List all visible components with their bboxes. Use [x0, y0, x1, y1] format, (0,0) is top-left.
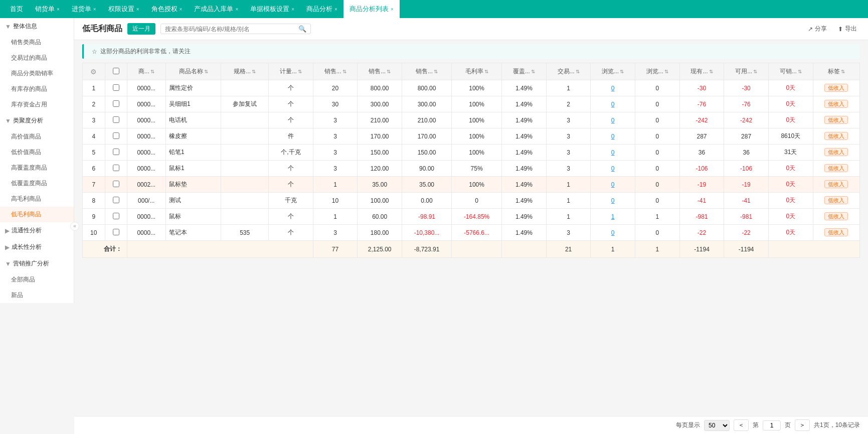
row-sales-qty: 1 [313, 177, 358, 193]
close-icon[interactable]: × [291, 7, 294, 12]
export-button[interactable]: ⬆ 导出 [835, 23, 860, 35]
row-checkbox[interactable] [113, 197, 119, 203]
close-icon[interactable]: × [235, 7, 238, 12]
col-coverage[interactable]: 覆盖...⇅ [502, 63, 547, 80]
row-sales-amount: 150.00 [358, 144, 402, 161]
close-icon[interactable]: × [136, 7, 139, 12]
row-checkbox[interactable] [113, 229, 119, 235]
sidebar-item-new-goods[interactable]: 新品 [0, 287, 74, 303]
row-checkbox[interactable] [113, 213, 119, 219]
page-number-input[interactable] [763, 420, 781, 430]
nav-sales[interactable]: 销货单 × [29, 0, 66, 18]
main-content: 低毛利商品 近一月 🔍 ↗ 分享 ⬆ 导出 ☆ 这部分商品的利润非常低，请关注 [74, 18, 868, 434]
share-button[interactable]: ↗ 分享 [805, 23, 830, 35]
row-views1[interactable]: 0 [591, 225, 635, 241]
row-views1[interactable]: 0 [591, 161, 635, 177]
select-all-checkbox[interactable] [113, 68, 119, 74]
search-input[interactable] [165, 26, 298, 33]
row-views1[interactable]: 0 [591, 144, 635, 161]
sidebar-item-low-coverage[interactable]: 低覆盖度商品 [0, 176, 74, 191]
row-name: 测试 [165, 193, 221, 209]
sidebar-item-stock-capital[interactable]: 库存资金占用 [0, 97, 74, 112]
sidebar-item-low-margin[interactable]: 低毛利商品 [0, 207, 74, 222]
close-icon[interactable]: × [334, 7, 337, 12]
col-code[interactable]: 商...⇅ [127, 63, 165, 80]
col-gross-margin[interactable]: 毛利率⇅ [452, 63, 502, 80]
row-spec: 参加复试 [221, 96, 269, 112]
total-views2: 1 [635, 241, 680, 258]
nav-product-analysis[interactable]: 商品分析 × [300, 0, 343, 18]
row-available: -106 [724, 161, 769, 177]
row-checkbox[interactable] [113, 116, 119, 123]
sidebar-collapse-btn[interactable]: « [70, 222, 79, 231]
page-size-select[interactable]: 50 100 [704, 420, 730, 431]
close-icon[interactable]: × [180, 7, 183, 12]
total-trade-count: 21 [546, 241, 591, 258]
row-checkbox[interactable] [113, 100, 119, 107]
sidebar-section-overall[interactable]: ▼ 整体信息 [0, 18, 74, 35]
sidebar-item-in-stock[interactable]: 有库存的商品 [0, 81, 74, 97]
nav-roles[interactable]: 角色授权 × [145, 0, 189, 18]
row-views1[interactable]: 0 [591, 112, 635, 128]
nav-product-entry[interactable]: 产成品入库单 × [188, 0, 244, 18]
row-views1[interactable]: 0 [591, 177, 635, 193]
nav-home[interactable]: 首页 [4, 0, 29, 18]
sidebar-item-traded-goods[interactable]: 交易过的商品 [0, 50, 74, 66]
period-button[interactable]: 近一月 [127, 23, 155, 35]
close-icon[interactable]: × [391, 7, 394, 12]
row-checkbox[interactable] [113, 165, 119, 171]
sidebar-section-flow[interactable]: ▶ 流通性分析 [0, 222, 74, 239]
col-sales-profit[interactable]: 销售...⇅ [402, 63, 452, 80]
row-checkbox[interactable] [113, 181, 119, 187]
row-gross-margin: 100% [452, 80, 502, 96]
next-page-button[interactable]: ＞ [795, 419, 810, 431]
row-unit: 个 [269, 80, 313, 96]
sidebar-item-high-coverage[interactable]: 高覆盖度商品 [0, 160, 74, 176]
sidebar-section-marketing[interactable]: ▼ 营销推广分析 [0, 255, 74, 272]
col-current-stock[interactable]: 现有...⇅ [679, 63, 724, 80]
sidebar-item-category-assist[interactable]: 商品分类助销率 [0, 66, 74, 81]
col-checkbox[interactable] [105, 63, 127, 80]
col-settings[interactable]: ⚙ [83, 63, 105, 80]
col-spec[interactable]: 规格...⇅ [221, 63, 269, 80]
row-views1[interactable]: 0 [591, 96, 635, 112]
sidebar-item-sales-goods[interactable]: 销售类商品 [0, 35, 74, 50]
row-sellable: 0天 [768, 177, 813, 193]
nav-product-analysis-list[interactable]: 商品分析列表 × [343, 0, 400, 18]
col-name[interactable]: 商品名称⇅ [165, 63, 221, 80]
prev-page-button[interactable]: ＜ [734, 419, 749, 431]
sidebar-section-cluster[interactable]: ▼ 类聚度分析 [0, 112, 74, 129]
row-checkbox[interactable] [113, 84, 119, 91]
close-icon[interactable]: × [93, 7, 96, 12]
nav-permissions[interactable]: 权限设置 × [102, 0, 145, 18]
col-trade-count[interactable]: 交易...⇅ [546, 63, 591, 80]
row-tag: 低收入 [813, 193, 859, 209]
sidebar-item-high-value[interactable]: 高价值商品 [0, 129, 74, 144]
row-checkbox[interactable] [113, 149, 119, 155]
row-gross-margin: -164.85% [452, 209, 502, 225]
nav-purchase[interactable]: 进货单 × [66, 0, 102, 18]
sidebar-item-all-goods[interactable]: 全部商品 [0, 272, 74, 287]
sidebar-item-high-margin[interactable]: 高毛利商品 [0, 191, 74, 207]
close-icon[interactable]: × [57, 7, 60, 12]
col-sales-amount[interactable]: 销售...⇅ [358, 63, 402, 80]
row-views1[interactable]: 0 [591, 128, 635, 144]
col-views2[interactable]: 浏览...⇅ [635, 63, 680, 80]
col-available[interactable]: 可用...⇅ [724, 63, 769, 80]
row-spec [221, 128, 269, 144]
col-unit[interactable]: 计量...⇅ [269, 63, 313, 80]
search-icon[interactable]: 🔍 [298, 25, 306, 33]
row-tag: 低收入 [813, 144, 859, 161]
col-tag[interactable]: 标签⇅ [813, 63, 859, 80]
row-views1[interactable]: 1 [591, 209, 635, 225]
col-views1[interactable]: 浏览...⇅ [591, 63, 635, 80]
row-views1[interactable]: 0 [591, 80, 635, 96]
sidebar-item-low-value[interactable]: 低价值商品 [0, 144, 74, 160]
row-views1[interactable]: 0 [591, 193, 635, 209]
col-sales-qty[interactable]: 销售...⇅ [313, 63, 358, 80]
sidebar-section-growth[interactable]: ▶ 成长性分析 [0, 239, 74, 255]
row-checkbox[interactable] [113, 132, 119, 139]
col-sellable[interactable]: 可销...⇅ [768, 63, 813, 80]
nav-template-settings[interactable]: 单据模板设置 × [244, 0, 300, 18]
row-current-stock: 36 [679, 144, 724, 161]
